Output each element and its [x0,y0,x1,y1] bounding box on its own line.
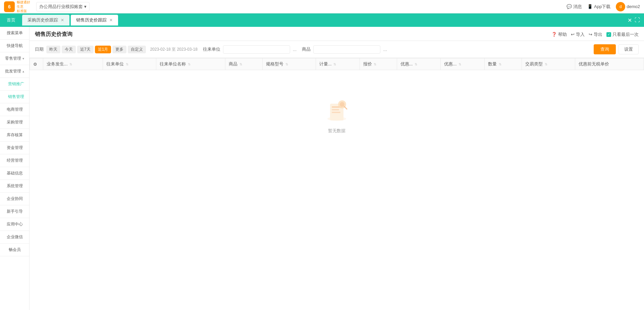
export-button[interactable]: ↪ 导出 [589,32,602,38]
export-icon: ↪ [589,32,592,37]
sort-icon: ⇅ [188,62,191,66]
date-btn-1month[interactable]: 近1月 [95,46,111,53]
sort-icon: ⇅ [69,62,72,66]
tab-sales[interactable]: 销售历史价跟踪 ✕ [71,15,118,25]
sidebar-item-basic-info[interactable]: 基础信息 [0,167,29,180]
sidebar-item-enterprise[interactable]: 企业协同 [0,193,29,205]
empty-text: 暂无数据 [328,128,345,134]
chevron-down-icon: ▾ [84,4,87,9]
svg-rect-3 [332,109,339,110]
page-header: 销售历史价查询 ❓ 帮助 ↩ 导入 ↪ 导出 ✓ 只看最后一次 [30,27,644,41]
unit-dots-button[interactable]: ... [293,47,297,52]
sidebar-item-enterprise-wechat[interactable]: 企业微信 [0,231,29,244]
tab-bar: 首页 采购历史价跟踪 ✕ 销售历史价跟踪 ✕ ✕ ⛶ [0,13,644,27]
sidebar-item-purchase[interactable]: 采购管理 [0,116,29,129]
sidebar-item-retail-mgmt[interactable]: 零售管理 ▾ [0,52,29,65]
sidebar-item-sales-mgmt[interactable]: 销售管理 [0,91,29,103]
settings-icon[interactable]: ⚙ [33,62,37,67]
date-btn-custom[interactable]: 自定义 [128,46,146,53]
sidebar-item-finance[interactable]: 资金管理 [0,142,29,154]
basic-info-label: 基础信息 [7,170,23,176]
th-trade-type[interactable]: 交易类型 ⇅ [522,58,575,70]
sort-icon: ⇅ [545,62,547,66]
th-unit-code[interactable]: 往来单位 ⇅ [103,58,156,70]
date-btn-7days[interactable]: 近7天 [77,46,94,53]
date-btn-more[interactable]: 更多 [112,46,126,53]
th-unit[interactable]: 计量... ⇅ [316,58,360,70]
th-unit-name[interactable]: 往来单位名称 ⇅ [156,58,225,70]
wholesale-mgmt-label: 批发管理 [5,68,21,74]
purchase-tab-label: 采购历史价跟踪 [28,17,58,23]
help-button[interactable]: ❓ 帮助 [551,32,567,38]
date-filter-group: 日期 昨天 今天 近7天 近1月 更多 自定义 2023-02-18 至 202… [35,46,198,53]
unit-filter-group: 往来单位 ... [203,45,297,54]
th-biz-date[interactable]: 业务发生... ⇅ [43,58,103,70]
sort-icon: ⇅ [374,62,376,66]
filter-bar: 日期 昨天 今天 近7天 近1月 更多 自定义 2023-02-18 至 202… [30,41,644,58]
sort-icon: ⇅ [499,62,501,66]
sidebar-item-app-center[interactable]: 应用中心 [0,218,29,231]
query-button[interactable]: 查询 [594,44,616,54]
home-tab-label: 首页 [7,17,15,23]
th-quantity[interactable]: 数量 ⇅ [485,58,522,70]
th-price[interactable]: 报价 ⇅ [360,58,397,70]
message-icon: 💬 [567,4,572,9]
sidebar-item-search-menu[interactable]: 搜索菜单 [0,27,29,40]
sort-icon: ⇅ [459,62,461,66]
unit-input[interactable] [223,45,290,54]
table-header: ⚙ 业务发生... ⇅ 往来单位 ⇅ 往来单位名称 ⇅ [30,58,644,70]
tab-home[interactable]: 首页 [1,15,21,25]
date-btn-today[interactable]: 今天 [62,46,76,53]
settings-button[interactable]: 设置 [619,44,639,54]
tab-bar-right: ✕ ⛶ [628,17,643,23]
sidebar-item-inventory[interactable]: 库存核算 [0,129,29,142]
page-header-actions: ❓ 帮助 ↩ 导入 ↪ 导出 ✓ 只看最后一次 [551,32,639,38]
goods-input[interactable] [313,45,380,54]
sidebar-item-marketing[interactable]: 营销推广 [0,78,29,91]
sidebar-item-ecommerce[interactable]: 电商管理 [0,103,29,116]
user-profile[interactable]: d demo2 [616,2,640,11]
tab-purchase[interactable]: 采购历史价跟踪 ✕ [22,15,69,25]
goods-filter-group: 商品 ... [302,45,387,54]
close-window-icon[interactable]: ✕ [628,17,632,23]
table-container: ⚙ 业务发生... ⇅ 往来单位 ⇅ 往来单位名称 ⇅ [30,58,644,310]
sidebar-item-wholesale-mgmt[interactable]: 批发管理 ▴ [0,65,29,78]
goods-dots-button[interactable]: ... [383,47,387,52]
app-download-button[interactable]: 📱 App下载 [587,4,610,10]
th-settings[interactable]: ⚙ [30,58,43,70]
content-area: 销售历史价查询 ❓ 帮助 ↩ 导入 ↪ 导出 ✓ 只看最后一次 [30,27,644,310]
th-discount1[interactable]: 优惠... ⇅ [397,58,441,70]
svg-rect-4 [332,112,340,113]
sort-icon: ⇅ [239,62,242,66]
top-bar-right: 💬 消息 📱 App下载 d demo2 [567,2,640,11]
sidebar-item-newbie[interactable]: 新手引导 [0,205,29,218]
help-icon: ❓ [551,32,557,37]
inventory-label: 库存核算 [7,132,23,138]
th-spec[interactable]: 规格型号 ⇅ [263,58,316,70]
sidebar-item-quick-nav[interactable]: 快捷导航 [0,40,29,52]
sidebar-item-member[interactable]: 畅会员 [0,244,29,256]
sidebar-item-operation[interactable]: 经营管理 [0,154,29,167]
sort-icon: ⇅ [285,62,288,66]
import-button[interactable]: ↩ 导入 [571,32,585,38]
message-button[interactable]: 💬 消息 [567,4,582,10]
enterprise-wechat-label: 企业微信 [7,234,23,240]
logo-text: 畅捷通好生意 标准版 [17,0,31,13]
member-label: 畅会员 [9,247,21,253]
search-menu-label: 搜索菜单 [7,30,23,36]
avatar: d [616,2,625,11]
quick-nav-label: 快捷导航 [7,43,23,49]
app-selector[interactable]: 办公用品行业模拟账套 ▾ [36,2,90,11]
th-discount2[interactable]: 优惠... ⇅ [441,58,485,70]
maximize-icon[interactable]: ⛶ [635,17,640,23]
th-goods[interactable]: 商品 ⇅ [225,58,263,70]
purchase-tab-close[interactable]: ✕ [61,18,64,22]
date-btn-yesterday[interactable]: 昨天 [46,46,60,53]
goods-label: 商品 [302,46,311,52]
th-pretax-price[interactable]: 优惠前无税单价 [575,58,644,70]
purchase-label: 采购管理 [7,119,23,125]
only-last-checkbox[interactable]: ✓ 只看最后一次 [606,32,639,38]
sales-tab-close[interactable]: ✕ [109,18,113,22]
download-icon: 📱 [587,4,593,9]
sidebar-item-system[interactable]: 系统管理 [0,180,29,193]
